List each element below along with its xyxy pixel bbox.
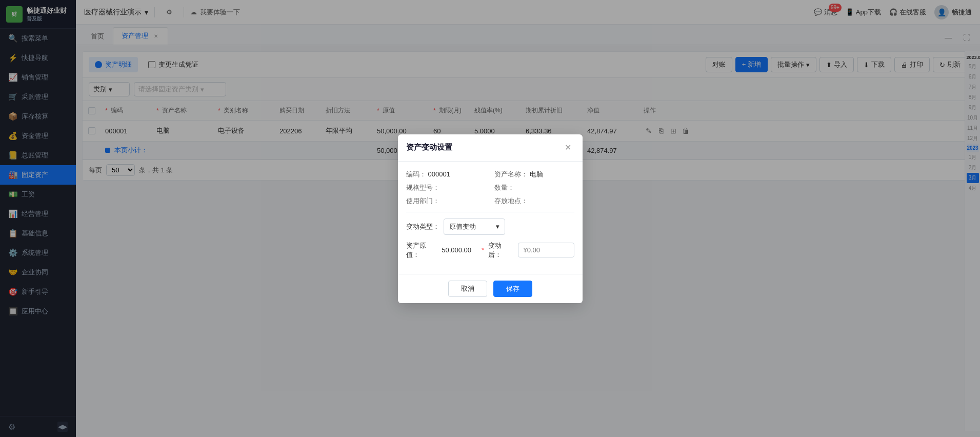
- modal-divider: [406, 212, 574, 212]
- modal-original-row: 资产原值： 50,000.00 * 变动后：: [406, 241, 574, 260]
- modal-title: 资产变动设置: [406, 143, 452, 152]
- modal-body: 编码： 000001 资产名称： 电脑 规格型号： 数量： 使用部门：: [398, 162, 583, 274]
- after-label: 变动后：: [488, 241, 513, 260]
- modal-footer: 取消 保存: [398, 274, 583, 303]
- change-type-label: 变动类型：: [406, 222, 439, 231]
- modal-close-btn[interactable]: ✕: [562, 142, 574, 154]
- required-star: *: [482, 246, 484, 254]
- save-btn[interactable]: 保存: [493, 281, 532, 297]
- modal-location: 存放地点：: [494, 196, 574, 206]
- original-label: 资产原值：: [406, 241, 438, 260]
- modal-overlay: 资产变动设置 ✕ 编码： 000001 资产名称： 电脑 规格型号： 数量：: [0, 0, 980, 437]
- original-value: 50,000.00: [442, 246, 471, 254]
- modal-change-type-row: 变动类型： 原值变动 ▾: [406, 218, 574, 235]
- modal-spec: 规格型号：: [406, 183, 486, 192]
- cancel-btn[interactable]: 取消: [448, 281, 487, 297]
- modal-header: 资产变动设置 ✕: [398, 134, 583, 162]
- modal-code: 编码： 000001: [406, 170, 486, 179]
- change-type-value: 原值变动: [449, 222, 476, 231]
- asset-change-modal: 资产变动设置 ✕ 编码： 000001 资产名称： 电脑 规格型号： 数量：: [398, 134, 583, 303]
- change-type-select[interactable]: 原值变动 ▾: [444, 218, 505, 235]
- chevron-down-icon: ▾: [496, 223, 499, 230]
- after-value-input[interactable]: [518, 243, 574, 257]
- modal-dept: 使用部门：: [406, 196, 486, 206]
- modal-info-grid: 编码： 000001 资产名称： 电脑 规格型号： 数量： 使用部门：: [406, 170, 574, 206]
- modal-asset-name: 资产名称： 电脑: [494, 170, 574, 179]
- modal-quantity: 数量：: [494, 183, 574, 192]
